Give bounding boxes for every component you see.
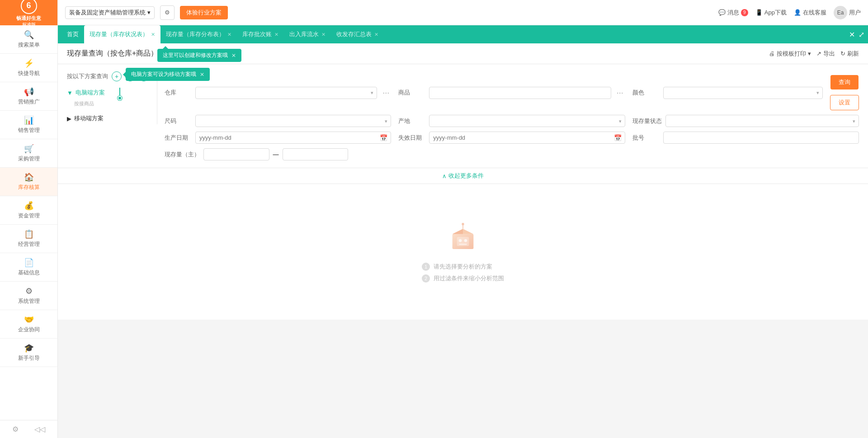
stock-status-select-wrap: ▾ — [665, 115, 859, 127]
tab-2-label: 现存量（库存分布表） — [166, 30, 225, 38]
tab-5-close-icon[interactable]: ✕ — [374, 32, 378, 38]
svg-point-4 — [459, 239, 462, 242]
step-2-num: 2 — [422, 274, 430, 283]
topbar: 装备及固定资产辅助管理系统 ▾ ⚙ 体验行业方案 💬 消息 9 📱 App下载 … — [58, 0, 868, 25]
size-select[interactable] — [195, 115, 391, 127]
refresh-btn[interactable]: ↻ 刷新 — [840, 50, 859, 58]
goods-dots[interactable]: ··· — [615, 87, 625, 99]
prod-date-cal-icon[interactable]: 📅 — [380, 134, 387, 141]
mobile-scheme-label: 移动端方案 — [74, 114, 104, 122]
batch-input[interactable] — [663, 132, 859, 144]
sidebar-item-sales[interactable]: 📊 销售管理 — [0, 111, 57, 139]
pc-scheme-sub: 按接商品 — [74, 99, 150, 109]
collapse-bar[interactable]: ∧ 收起更多条件 — [58, 168, 868, 184]
expand-icon[interactable]: ⤢ — [859, 30, 864, 39]
pc-scheme-item[interactable]: ▼ 电脑端方案 — [67, 87, 150, 99]
dropdown-arrow-icon: ▾ — [147, 9, 151, 16]
online-service-label: 在线客服 — [803, 9, 826, 17]
sidebar-label-guide: 新手引导 — [18, 354, 40, 362]
sidebar-item-operations[interactable]: 📋 经营管理 — [0, 225, 57, 253]
sidebar-item-marketing[interactable]: 📢 营销推广 — [0, 82, 57, 111]
sidebar-item-inventory[interactable]: 🏠 库存核算 — [0, 168, 57, 196]
guide-icon: 🎓 — [24, 343, 34, 353]
mobile-scheme-item[interactable]: ▶ 移动端方案 — [67, 113, 150, 124]
tab-home[interactable]: 首页 — [61, 30, 84, 38]
filter-panel: 按以下方案查询 + ✏ ← 电脑方案可设为移动方案哦 ✕ — [58, 64, 868, 168]
sidebar-label-marketing: 营销推广 — [18, 98, 40, 106]
sidebar-item-collab[interactable]: 🤝 企业协同 — [0, 310, 57, 339]
filter-prod-date: 生产日期 📅 — [165, 132, 391, 144]
settings-button[interactable]: ⚙ — [160, 5, 175, 20]
stock-qty-max-input[interactable] — [283, 148, 349, 160]
export-btn[interactable]: ↗ 导出 — [816, 50, 835, 58]
search-reset-col: 查询 设置 — [826, 75, 859, 110]
sidebar-item-purchase[interactable]: 🛒 采购管理 — [0, 139, 57, 168]
search-button[interactable]: 查询 — [830, 75, 859, 89]
goods-input[interactable] — [429, 87, 611, 99]
sidebar-item-guide[interactable]: 🎓 新手引导 — [0, 339, 57, 367]
filter-batch: 批号 — [632, 132, 859, 144]
user-action[interactable]: Ea 用户 — [834, 6, 861, 19]
tab-4[interactable]: 出入库流水 ✕ — [284, 25, 331, 43]
industry-btn[interactable]: 体验行业方案 — [180, 6, 228, 19]
tab-3-close-icon[interactable]: ✕ — [274, 32, 278, 38]
connector-dot — [118, 96, 122, 100]
marketing-icon: 📢 — [24, 87, 34, 97]
close-all-icon[interactable]: ✕ — [849, 30, 855, 39]
tab-1-close-icon[interactable]: ✕ — [151, 32, 155, 38]
tab-3[interactable]: 库存批次账 ✕ — [237, 25, 284, 43]
sidebar-item-finance[interactable]: 💰 资金管理 — [0, 196, 57, 225]
add-scheme-btn[interactable]: + — [112, 71, 122, 81]
collapse-sidebar-icon[interactable]: ◁◁ — [34, 425, 45, 433]
stock-qty-range: — — [203, 148, 348, 160]
sidebar-item-search[interactable]: 🔍 搜索菜单 — [0, 25, 57, 54]
filter-stock-status: 现存量状态 ▾ — [632, 115, 859, 127]
color-select[interactable] — [663, 87, 823, 99]
sidebar-label-purchase: 采购管理 — [18, 155, 40, 163]
warehouse-select[interactable] — [195, 87, 377, 99]
print-btn[interactable]: 🖨 按模板打印 ▾ — [769, 50, 811, 58]
sales-icon: 📊 — [24, 115, 34, 125]
scheme-tooltip-close[interactable]: ✕ — [200, 71, 204, 78]
tab-1-label: 现存量（库存状况表） — [90, 30, 148, 38]
origin-select[interactable] — [429, 115, 625, 127]
online-service-action[interactable]: 👤 在线客服 — [794, 9, 826, 17]
user-avatar: Ea — [834, 6, 847, 19]
stock-qty-dash: — — [273, 151, 279, 158]
sidebar-item-nav[interactable]: ⚡ 快捷导航 — [0, 54, 57, 82]
tab-1[interactable]: 现存量（库存状况表） ✕ — [84, 25, 160, 43]
main-area: 装备及固定资产辅助管理系统 ▾ ⚙ 体验行业方案 💬 消息 9 📱 App下载 … — [58, 0, 868, 438]
empty-step-1: 1 请先选择要分析的方案 — [422, 263, 504, 271]
tab-2-close-icon[interactable]: ✕ — [227, 32, 231, 38]
scheme-tooltip: 电脑方案可设为移动方案哦 ✕ — [126, 68, 210, 81]
edit-tooltip-close[interactable]: ✕ — [231, 52, 236, 59]
warehouse-dots[interactable]: ··· — [381, 87, 391, 99]
sidebar-item-base[interactable]: 📄 基础信息 — [0, 253, 57, 282]
tab-4-close-icon[interactable]: ✕ — [321, 32, 326, 38]
content-area: 现存量查询（按仓库+商品） 🖨 按模板打印 ▾ ↗ 导出 ↻ 刷新 — [58, 43, 868, 438]
prod-date-input[interactable] — [195, 132, 391, 144]
operations-icon: 📋 — [24, 229, 34, 239]
edit-tooltip: 这里可以创建和修改方案哦 ✕ — [157, 49, 241, 62]
finance-icon: 💰 — [24, 201, 34, 211]
tab-3-label: 库存批次账 — [242, 30, 272, 38]
filter-origin: 产地 ▾ — [398, 115, 625, 127]
stock-qty-min-input[interactable] — [203, 148, 269, 160]
reset-button[interactable]: 设置 — [830, 95, 859, 110]
messages-badge: 9 — [741, 9, 748, 16]
app-download-action[interactable]: 📱 App下载 — [755, 9, 787, 17]
messages-action[interactable]: 💬 消息 9 — [718, 9, 748, 17]
tab-5-label: 收发存汇总表 — [336, 30, 372, 38]
system-selector[interactable]: 装备及固定资产辅助管理系统 ▾ — [65, 6, 155, 19]
settings-icon[interactable]: ⚙ — [12, 425, 19, 433]
stock-status-select[interactable] — [665, 115, 859, 127]
filter-row-1: 仓库 ▾ ··· 商品 — [165, 75, 859, 110]
tab-5[interactable]: 收发存汇总表 ✕ — [331, 25, 384, 43]
app-download-label: App下载 — [764, 9, 787, 17]
expire-date-cal-icon[interactable]: 📅 — [614, 134, 622, 141]
sidebar-item-system[interactable]: ⚙ 系统管理 — [0, 282, 57, 310]
expire-date-input[interactable] — [429, 132, 625, 144]
filter-row-3: 生产日期 📅 失效日期 📅 — [165, 132, 859, 144]
filter-row-4: 现存量（主） — — [165, 148, 859, 160]
tab-2[interactable]: 现存量（库存分布表） ✕ — [160, 25, 237, 43]
